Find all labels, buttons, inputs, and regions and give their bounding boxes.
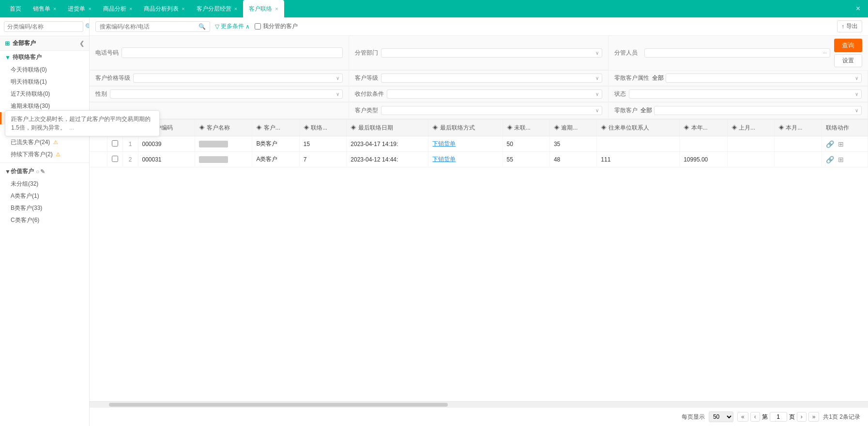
dept-select[interactable]: ∨ (381, 48, 602, 58)
query-button[interactable]: 查询 (834, 39, 862, 52)
retail-attr-chevron-icon: ∨ (855, 75, 858, 81)
filter-customer-level: 客户等级 ∨ (349, 71, 609, 86)
action-icons-wrap: 🔗 ⊞ (826, 140, 864, 148)
row-code: 000031 (138, 152, 195, 167)
sidebar-item-b-class[interactable]: B类客户(33) (0, 202, 89, 214)
next-page-button[interactable]: › (797, 412, 807, 422)
per-page-select[interactable]: 50 10 20 100 (709, 411, 733, 422)
phone-input[interactable] (122, 47, 343, 58)
nav-home[interactable]: 首页 (4, 0, 27, 17)
action-icon-link[interactable]: 🔗 (826, 140, 834, 148)
sidebar-item-churned[interactable]: 已流失客户(24) ⚠ (0, 136, 89, 148)
customer-type-chevron-icon: ∨ (595, 108, 599, 113)
current-page-input[interactable] (770, 412, 787, 422)
nav-purchase-close[interactable]: × (88, 6, 91, 12)
prev-page-button[interactable]: ‹ (750, 412, 760, 422)
customer-table: ⚙ ◈ 客户编码 ◈ 客户名称 ◈ 客户... ◈ 联络... ◈ 最后联络日期… (90, 120, 868, 167)
sidebar-item-tomorrow[interactable]: 明天待联络(1) (0, 76, 89, 88)
th-action: 联络动作 (822, 120, 868, 136)
last-page-button[interactable]: » (808, 412, 820, 422)
action-icon-grid[interactable]: ⊞ (838, 156, 844, 163)
row-name (195, 152, 252, 167)
row-checkbox-cell (107, 152, 122, 167)
price-level-select[interactable]: ∨ (133, 73, 343, 83)
total-records-label: 共1页 2条记录 (823, 413, 860, 421)
table-header-row: ⚙ ◈ 客户编码 ◈ 客户名称 ◈ 客户... ◈ 联络... ◈ 最后联络日期… (90, 120, 868, 136)
retail-attr-select[interactable]: ∨ (666, 73, 862, 83)
sidebar-item-7days[interactable]: 近7天待联络(0) (0, 88, 89, 100)
th-unit-contact: ◈ 往来单位联系人 (597, 120, 680, 136)
main-search-input[interactable] (100, 23, 197, 30)
nav-sales-close[interactable]: × (53, 6, 56, 12)
action-icon-link[interactable]: 🔗 (826, 156, 834, 163)
content-area: 🔍 ▽ 更多条件 ∧ 我分管的客户 ↑ 导出 电话号码 (90, 17, 868, 426)
sidebar-search-icon[interactable]: 🔍 (85, 23, 90, 30)
payment-chevron-icon: ∨ (595, 91, 599, 97)
horizontal-scrollbar[interactable] (90, 401, 868, 407)
sidebar-item-today[interactable]: 今天待联络(0) (0, 64, 89, 76)
retail-customer-select[interactable]: ∨ (654, 106, 862, 115)
retail-customer-label: 零散客户 (614, 106, 638, 115)
pending-arrow: ▼ (5, 54, 11, 61)
sidebar-all-customers[interactable]: ⊞ 全部客户 ❮ (0, 36, 89, 51)
row-type: A类客户 (252, 152, 299, 167)
nav-purchase[interactable]: 进货单 × (62, 0, 97, 17)
payment-select[interactable]: ∨ (387, 89, 602, 99)
window-close-button[interactable]: × (852, 4, 864, 13)
action-icon-grid[interactable]: ⊞ (838, 140, 844, 148)
declining-warning-icon: ⚠ (56, 151, 61, 157)
top-navigation: 首页 销售单 × 进货单 × 商品分析 × 商品分析列表 × 客户分层经营 × … (0, 0, 868, 17)
nav-customer-segment-close[interactable]: × (234, 6, 237, 12)
row-last-contact-date: 2023-04-12 14:44: (347, 152, 428, 167)
row-index: 1 (122, 136, 138, 152)
th-this-month: ◈ 本月... (775, 120, 822, 136)
edit2-icon[interactable]: ✎ (40, 168, 45, 175)
manager-chevron-icon: ··· (823, 50, 827, 56)
nav-customer-contact-close[interactable]: × (275, 6, 278, 12)
nav-product-list[interactable]: 商品分析列表 × (138, 0, 190, 17)
per-page-label: 每页显示 (682, 413, 705, 421)
my-customers-checkbox[interactable] (255, 23, 261, 29)
table-row: 2 000031 A类客户 7 2023-04-12 14:44: 下销货单 5… (90, 152, 868, 167)
row-this-month (775, 152, 822, 167)
sidebar-item-a-class[interactable]: A类客户(1) (0, 190, 89, 202)
edit-icon[interactable]: ○ (36, 168, 39, 175)
row-checkbox[interactable] (112, 156, 118, 162)
row-checkbox[interactable] (112, 140, 118, 147)
row-unit-contact: 111 (597, 152, 680, 167)
nav-product-analysis-close[interactable]: × (129, 6, 132, 12)
nav-product-list-close[interactable]: × (182, 6, 184, 12)
row-index: 2 (122, 152, 138, 167)
nav-sales[interactable]: 销售单 × (27, 0, 62, 17)
th-this-year: ◈ 本年... (680, 120, 727, 136)
sidebar-item-c-class[interactable]: C类客户(6) (0, 214, 89, 226)
gender-chevron-icon: ∨ (336, 91, 339, 97)
more-conditions-btn[interactable]: ▽ 更多条件 ∧ (215, 22, 250, 30)
sidebar-value-group[interactable]: ▼ 价值客户 ○ ✎ (0, 165, 89, 178)
status-select[interactable]: ∨ (629, 89, 862, 99)
customer-type-select[interactable]: ∨ (381, 106, 602, 115)
horizontal-scrollbar-thumb[interactable] (109, 403, 448, 407)
contact-method-link[interactable]: 下销货单 (432, 140, 456, 147)
row-overdue: 35 (549, 136, 596, 152)
export-button[interactable]: ↑ 导出 (837, 20, 862, 32)
sidebar-search-input[interactable] (4, 21, 83, 32)
filter-retail-customer: 零散客户 全部 ∨ (609, 103, 868, 119)
sidebar-pending-group[interactable]: ▼ 待联络客户 (0, 51, 89, 64)
customer-level-select[interactable]: ∨ (381, 73, 602, 83)
page-suffix: 页 (789, 413, 795, 421)
row-settings (90, 152, 107, 167)
gender-select[interactable]: ∨ (110, 89, 343, 99)
nav-customer-contact[interactable]: 客户联络 × (243, 0, 284, 17)
main-search-icon[interactable]: 🔍 (198, 23, 206, 30)
nav-customer-segment[interactable]: 客户分层经营 × (191, 0, 243, 17)
manager-select[interactable]: ··· (644, 48, 830, 58)
first-page-button[interactable]: « (737, 412, 748, 422)
filter-status: 状态 ∨ (609, 87, 868, 102)
filter-manager-row: 分管人员 ··· 查询 设置 (609, 36, 868, 70)
sidebar-item-ungrouped[interactable]: 未分组(32) (0, 178, 89, 190)
settings-button[interactable]: 设置 (834, 54, 862, 67)
nav-product-analysis[interactable]: 商品分析 × (97, 0, 138, 17)
contact-method-link[interactable]: 下销货单 (432, 156, 456, 162)
sidebar-item-declining[interactable]: 持续下滑客户(2) ⚠ (0, 148, 89, 161)
